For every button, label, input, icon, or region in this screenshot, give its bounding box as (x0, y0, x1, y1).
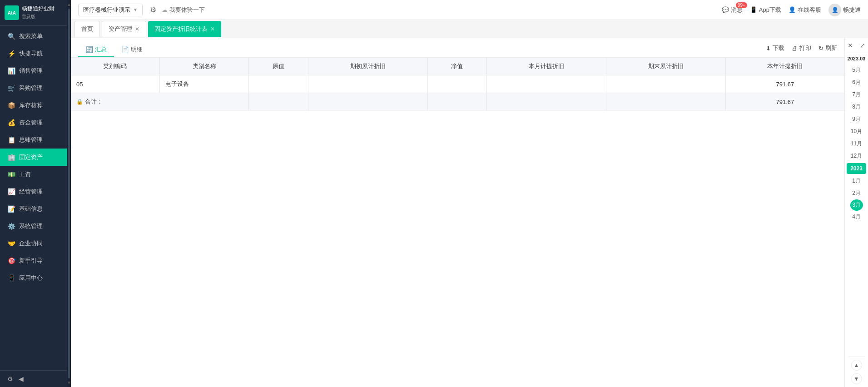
table-total-row: 🔒 合计： 791.67 (71, 93, 844, 111)
total-net (427, 93, 486, 111)
main: 医疗器械行业演示 ▼ ⚙ ☁ 我要体验一下 💬 消息 99+ 📱 App下载 👤… (71, 0, 868, 387)
online-service-label: 在线客服 (798, 6, 821, 14)
total-opening-depr (308, 93, 427, 111)
sub-tab-summary-label: 汇总 (95, 45, 107, 54)
panel-close-icon[interactable]: ✕ (848, 42, 853, 49)
sidebar-item-basic-info[interactable]: 📝基础信息 (0, 200, 67, 218)
tab-depreciation[interactable]: 固定资产折旧统计表 ✕ (148, 21, 221, 37)
tab-assets-label: 资产管理 (109, 25, 132, 33)
topbar-right: 💬 消息 99+ 📱 App下载 👤 在线客服 👤 畅捷通 (722, 4, 861, 16)
total-annual-depr: 791.67 (725, 93, 844, 111)
month-list: 5月6月7月8月9月10月11月12月20231月2月3月4月 (845, 64, 868, 357)
sidebar-item-payroll[interactable]: 💵工资 (0, 166, 67, 183)
topbar: 医疗器械行业演示 ▼ ⚙ ☁ 我要体验一下 💬 消息 99+ 📱 App下载 👤… (71, 0, 868, 20)
settings-icon[interactable]: ⚙ (150, 5, 156, 14)
tabs-bar: 首页 资产管理 ✕ 固定资产折旧统计表 ✕ (71, 20, 868, 38)
nav-icon-purchase: 🛒 (7, 84, 15, 92)
experience-text: 我要体验一下 (169, 6, 205, 14)
nav-label-inventory: 库存核算 (19, 101, 43, 109)
nav-label-payroll: 工资 (19, 170, 31, 179)
sub-tab-summary[interactable]: 🔄 汇总 (78, 43, 114, 57)
sidebar-item-funds[interactable]: 💰资金管理 (0, 114, 67, 131)
panel-header: ✕ ⤢ (845, 38, 868, 53)
download-btn[interactable]: ⬇ 下载 (766, 44, 784, 52)
panel-circle-down[interactable]: ▼ (851, 373, 862, 384)
nav-label-sales: 销售管理 (19, 67, 43, 75)
month-item[interactable]: 11月 (845, 138, 868, 150)
nav-label-purchase: 采购管理 (19, 84, 43, 92)
sub-tabs: 🔄 汇总 📄 明细 ⬇ 下载 🖨 打印 (71, 38, 844, 58)
nav-icon-app-center: 📱 (7, 274, 15, 282)
panel-expand-icon[interactable]: ⤢ (860, 42, 865, 49)
month-item[interactable]: 1月 (845, 175, 868, 187)
sidebar-bottom: ⚙ ◀ (0, 370, 67, 387)
message-icon: 💬 (722, 6, 729, 13)
summary-icon: 🔄 (85, 46, 93, 53)
table-row: 05 电子设备 791.67 (71, 75, 844, 93)
sidebar-item-purchase[interactable]: 🛒采购管理 (0, 79, 67, 97)
nav-label-quick-nav: 快捷导航 (19, 50, 43, 58)
company-name: 医疗器械行业演示 (83, 6, 130, 14)
total-label: 🔒 合计： (71, 93, 249, 111)
nav-icon-operations: 📈 (7, 188, 15, 195)
refresh-btn[interactable]: ↻ 刷新 (818, 44, 837, 52)
sidebar-item-operations[interactable]: 📈经营管理 (0, 183, 67, 200)
user-btn[interactable]: 👤 畅捷通 (828, 4, 861, 16)
sidebar-item-search[interactable]: 🔍搜索菜单 (0, 28, 67, 45)
month-item[interactable]: 4月 (845, 211, 868, 223)
col-name: 类别名称 (159, 58, 249, 75)
month-item[interactable]: 7月 (845, 89, 868, 101)
tab-depreciation-close-icon[interactable]: ✕ (210, 26, 215, 32)
messages-btn[interactable]: 💬 消息 99+ (722, 6, 743, 14)
refresh-icon: ↻ (818, 45, 823, 52)
panel-circle-up[interactable]: ▲ (851, 360, 862, 371)
sidebar-item-sales[interactable]: 📊销售管理 (0, 62, 67, 79)
nav-icon-basic-info: 📝 (7, 205, 15, 213)
sidebar-item-fixed-assets[interactable]: 🏢固定资产 (0, 149, 67, 166)
sidebar-item-guide[interactable]: 🎯新手引导 (0, 252, 67, 269)
sidebar-item-app-center[interactable]: 📱应用中心 (0, 269, 67, 287)
panel-bottom: ▲ ▼ (848, 357, 865, 387)
col-closing-depr: 期末累计折旧 (606, 58, 725, 75)
table-container: 类别编码 类别名称 原值 期初累计折旧 净值 本月计提折旧 期末累计折旧 本年计… (71, 58, 844, 387)
year-label[interactable]: 2023 (847, 163, 866, 174)
month-item[interactable]: 10月 (845, 125, 868, 138)
experience-btn[interactable]: ☁ 我要体验一下 (162, 6, 205, 14)
collapse-icon[interactable]: ◀ (19, 375, 24, 382)
settings-icon[interactable]: ⚙ (7, 375, 13, 382)
print-btn[interactable]: 🖨 打印 (792, 44, 811, 52)
sidebar-item-ledger[interactable]: 📋总账管理 (0, 131, 67, 149)
app-download-btn[interactable]: 📱 App下载 (750, 6, 781, 14)
sidebar-item-inventory[interactable]: 📦库存核算 (0, 97, 67, 114)
nav-icon-system: ⚙️ (7, 223, 15, 230)
month-item[interactable]: 9月 (845, 113, 868, 125)
month-item[interactable]: 12月 (845, 150, 868, 162)
tab-assets-close-icon[interactable]: ✕ (135, 26, 139, 32)
sidebar-item-system[interactable]: ⚙️系统管理 (0, 218, 67, 235)
sidebar-item-quick-nav[interactable]: ⚡快捷导航 (0, 45, 67, 62)
month-item[interactable]: 8月 (845, 101, 868, 113)
month-item[interactable]: 6月 (845, 76, 868, 89)
nav-icon-enterprise: 🤝 (7, 240, 15, 247)
content: 🔄 汇总 📄 明细 ⬇ 下载 🖨 打印 (71, 38, 868, 387)
total-original (249, 93, 308, 111)
month-item[interactable]: 2月 (845, 187, 868, 199)
detail-icon: 📄 (121, 46, 129, 53)
cell-code: 05 (71, 75, 159, 93)
sidebar-item-enterprise[interactable]: 🤝企业协同 (0, 235, 67, 252)
current-month-item[interactable]: 3月 (850, 199, 863, 211)
nav-icon-inventory: 📦 (7, 102, 15, 109)
cell-monthly-depr (486, 75, 606, 93)
download-icon: ⬇ (766, 45, 771, 52)
nav-icon-guide: 🎯 (7, 257, 15, 264)
nav-label-operations: 经营管理 (19, 188, 43, 196)
logo: AtA 畅捷通好业财 普及版 (0, 0, 67, 26)
tab-depreciation-label: 固定资产折旧统计表 (154, 25, 208, 33)
month-item[interactable]: 5月 (845, 64, 868, 76)
tab-assets-mgmt[interactable]: 资产管理 ✕ (102, 21, 146, 37)
nav-label-system: 系统管理 (19, 222, 43, 230)
sub-tab-detail[interactable]: 📄 明细 (114, 43, 150, 57)
company-selector[interactable]: 医疗器械行业演示 ▼ (78, 4, 143, 16)
tab-home[interactable]: 首页 (74, 21, 100, 37)
online-service-btn[interactable]: 👤 在线客服 (789, 6, 821, 14)
